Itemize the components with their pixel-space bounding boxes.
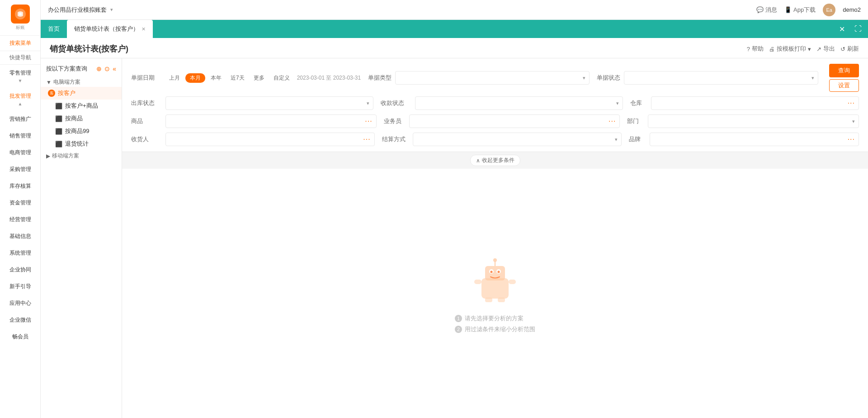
warehouse-select[interactable]: ··· <box>651 96 859 110</box>
add-scheme-icon[interactable]: ⊕ <box>96 65 102 72</box>
export-button[interactable]: ↗ 导出 <box>816 45 835 53</box>
customer-goods-icon: ⬛ <box>55 103 62 109</box>
sidebar-item-appcenter[interactable]: 应用中心 <box>0 295 40 312</box>
header-right: 💬 消息 📱 App下载 Ea demo2 <box>756 4 861 16</box>
page-title: 销货单统计表(按客户) <box>50 43 128 54</box>
warehouse-more-icon: ··· <box>848 99 855 107</box>
message-button[interactable]: 💬 消息 <box>756 6 777 14</box>
scheme-by-goods[interactable]: ⬛ 按商品 <box>41 112 122 125</box>
settings-scheme-icon[interactable]: ⊙ <box>104 65 110 72</box>
tab-maximize-button[interactable]: ⛶ <box>852 23 864 35</box>
sidebar-item-retail[interactable]: 零售管理 ▼ <box>0 65 40 88</box>
settings-button[interactable]: 设置 <box>829 79 859 92</box>
scheme-by-customer-goods[interactable]: ⬛ 按客户+商品 <box>41 100 122 112</box>
page-header: 销货单统计表(按客户) ? 帮助 🖨 按模板打印 ▾ ↗ 导出 ↺ 刷新 <box>41 38 868 58</box>
date-btn-more[interactable]: 更多 <box>250 73 268 83</box>
sidebar-item-wechat[interactable]: 企业微信 <box>0 312 40 328</box>
out-status-select[interactable]: ▾ <box>165 96 373 110</box>
desktop-section-text: 电脑端方案 <box>53 78 80 86</box>
sidebar-item-ecommerce[interactable]: 电商管理 <box>0 144 40 161</box>
export-icon: ↗ <box>816 46 821 52</box>
template-print-button[interactable]: 🖨 按模板打印 ▾ <box>769 45 811 53</box>
tab-bar: 首页 销货单统计表（按客户） ✕ ✕ ⛶ <box>41 20 868 38</box>
sidebar-item-basic[interactable]: 基础信息 <box>0 228 40 245</box>
action-buttons: 查询 设置 <box>829 64 859 92</box>
goods-99-icon: ⬛ <box>55 128 62 135</box>
consignee-more-icon: ··· <box>363 135 370 143</box>
type-select-arrow: ▾ <box>583 75 585 81</box>
svg-rect-13 <box>498 298 505 302</box>
svg-point-7 <box>498 271 500 273</box>
sidebar-item-newbie[interactable]: 新手引导 <box>0 278 40 295</box>
date-btn-custom[interactable]: 自定义 <box>270 73 293 83</box>
sidebar-item-operation[interactable]: 经营管理 <box>0 211 40 228</box>
tab-close-all-button[interactable]: ✕ <box>835 23 848 35</box>
desktop-collapse-icon[interactable]: ▼ <box>46 79 52 86</box>
brand-label: 品牌 <box>629 135 642 143</box>
scheme-return-stat[interactable]: ⬛ 退货统计 <box>41 138 122 150</box>
staff-label: 业务员 <box>384 117 402 125</box>
hint-num-2: 2 <box>455 326 462 333</box>
receipt-status-arrow: ▾ <box>616 100 619 106</box>
sidebar-item-marketing[interactable]: 营销推广 <box>0 111 40 128</box>
goods-more-icon: ··· <box>365 117 372 125</box>
receipt-status-select[interactable]: ▾ <box>415 96 623 110</box>
date-btn-last-month[interactable]: 上月 <box>165 73 184 83</box>
filter-row-2: 出库状态 ▾ 收款状态 ▾ 仓库 ··· <box>131 96 859 110</box>
purchase-label: 采购管理 <box>9 166 31 173</box>
dept-select[interactable]: ▾ <box>648 114 859 128</box>
sidebar-item-finance[interactable]: 资金管理 <box>0 195 40 211</box>
settlement-select[interactable]: ▾ <box>413 133 622 146</box>
warehouse-label: 仓库 <box>630 99 644 107</box>
breadcrumb-dropdown-icon[interactable]: ▾ <box>110 7 113 13</box>
sidebar-nav[interactable]: 快捷导航 <box>0 51 40 65</box>
sidebar-item-sales[interactable]: 销售管理 <box>0 128 40 144</box>
tab-sales-stat[interactable]: 销货单统计表（按客户） ✕ <box>67 20 153 38</box>
wholesale-label: 批发管理 <box>9 92 31 100</box>
type-select[interactable]: ▾ <box>395 71 590 85</box>
svg-rect-11 <box>509 280 516 284</box>
goods-select[interactable]: ··· <box>165 114 377 128</box>
sidebar-item-wholesale[interactable]: 批发管理 ▲ <box>0 88 40 111</box>
sidebar-search[interactable]: 搜索菜单 <box>0 36 40 51</box>
tab-close-icon[interactable]: ✕ <box>142 26 146 32</box>
sidebar-item-system[interactable]: 系统管理 <box>0 245 40 261</box>
status-select[interactable]: ▾ <box>624 71 818 85</box>
consignee-label: 收货人 <box>131 135 158 143</box>
out-status-label: 出库状态 <box>131 99 158 107</box>
scheme-by-customer[interactable]: 客 按客户 <box>41 87 122 100</box>
help-button[interactable]: ? 帮助 <box>747 45 764 53</box>
wechat-label: 企业微信 <box>9 316 31 324</box>
sidebar-item-member[interactable]: 畅会员 <box>0 328 40 345</box>
query-button[interactable]: 查询 <box>829 64 859 77</box>
sidebar-item-inventory[interactable]: 库存核算 <box>0 178 40 195</box>
refresh-button[interactable]: ↺ 刷新 <box>840 45 859 53</box>
collapse-up-icon: ∧ <box>476 157 480 164</box>
collapse-button[interactable]: ∧ 收起更多条件 <box>470 155 520 166</box>
date-btn-this-month[interactable]: 本月 <box>185 73 205 83</box>
username: demo2 <box>843 6 861 13</box>
scheme-by-customer-label: 按客户 <box>58 89 75 97</box>
staff-select[interactable]: ··· <box>409 114 620 128</box>
sidebar-item-purchase[interactable]: 采购管理 <box>0 161 40 178</box>
appcenter-label: 应用中心 <box>9 299 31 307</box>
consignee-select[interactable]: ··· <box>165 133 375 146</box>
tab-home[interactable]: 首页 <box>41 20 67 38</box>
breadcrumb-text: 办公用品行业模拟账套 <box>48 6 107 14</box>
collapse-panel-icon[interactable]: « <box>113 65 116 72</box>
left-panel-title: 按以下方案查询 <box>46 65 87 73</box>
system-label: 系统管理 <box>9 249 31 257</box>
date-label: 单据日期 <box>131 74 158 82</box>
mobile-section-text: 移动端方案 <box>52 152 79 160</box>
mobile-collapse-icon[interactable]: ▶ <box>46 153 50 159</box>
date-btn-this-year[interactable]: 本年 <box>207 73 225 83</box>
date-btn-7days[interactable]: 近7天 <box>227 73 248 83</box>
date-range-text: 2023-03-01 至 2023-03-31 <box>297 74 361 82</box>
brand-select[interactable]: ··· <box>650 133 859 146</box>
export-label: 导出 <box>823 45 835 53</box>
sidebar-item-collab[interactable]: 企业协同 <box>0 261 40 278</box>
hint-num-1: 1 <box>455 315 462 322</box>
sidebar: 标账 搜索菜单 快捷导航 零售管理 ▼ 批发管理 ▲ 营销推广 销售管理 电商管… <box>0 0 41 418</box>
scheme-by-goods-99[interactable]: ⬛ 按商品99 <box>41 125 122 138</box>
app-download-button[interactable]: 📱 App下载 <box>784 6 816 14</box>
